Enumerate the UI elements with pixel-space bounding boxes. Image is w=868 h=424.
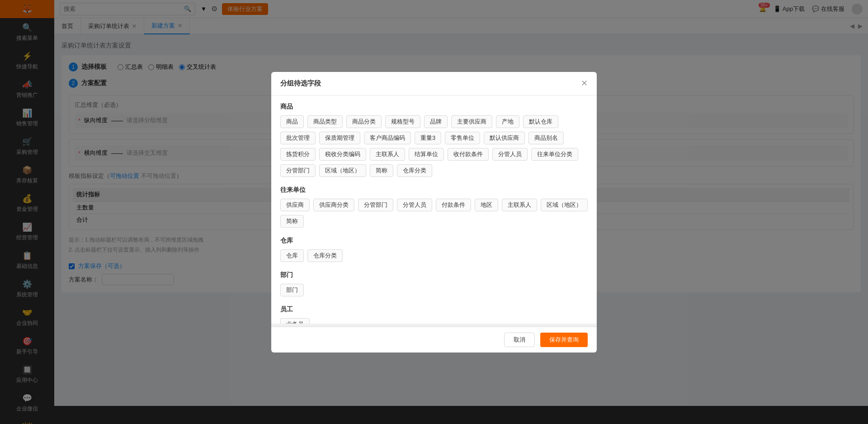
cancel-button[interactable]: 取消: [504, 333, 535, 347]
field-section-仓库: 仓库仓库仓库分类: [280, 237, 588, 262]
field-tag-商品分类[interactable]: 商品分类: [346, 115, 382, 128]
modal-header: 分组待选字段 ✕: [271, 72, 597, 95]
field-tag-产地[interactable]: 产地: [496, 115, 519, 128]
section-title-往来单位: 往来单位: [280, 186, 588, 194]
field-tag-简称[interactable]: 简称: [370, 164, 393, 177]
field-tag-分管人员[interactable]: 分管人员: [397, 199, 432, 211]
field-tag-分管部门[interactable]: 分管部门: [358, 199, 393, 211]
section-title-仓库: 仓库: [280, 237, 588, 245]
field-tag-拣货积分[interactable]: 拣货积分: [280, 148, 316, 161]
field-tag-收付款条件[interactable]: 收付款条件: [448, 148, 489, 161]
field-tag-供应商[interactable]: 供应商: [280, 199, 310, 211]
field-tags-员工: 业务员: [280, 318, 588, 324]
field-tag-区域（地区）[interactable]: 区域（地区）: [319, 164, 366, 177]
field-tags-商品: 商品商品类型商品分类规格型号品牌主要供应商产地默认仓库批次管理保质期管理客户商品…: [280, 115, 588, 177]
field-tag-分管部门[interactable]: 分管部门: [280, 164, 316, 177]
field-tag-主联系人[interactable]: 主联系人: [502, 199, 537, 211]
section-title-部门: 部门: [280, 271, 588, 279]
field-tags-往来单位: 供应商供应商分类分管部门分管人员付款条件地区主联系人区域（地区）简称: [280, 199, 588, 228]
field-tag-默认仓库[interactable]: 默认仓库: [523, 115, 558, 128]
field-tag-供应商分类[interactable]: 供应商分类: [313, 199, 354, 211]
field-tag-付款条件[interactable]: 付款条件: [436, 199, 471, 211]
field-tag-重量3[interactable]: 重量3: [415, 132, 441, 144]
field-tag-分管人员[interactable]: 分管人员: [492, 148, 528, 161]
field-section-商品: 商品商品商品类型商品分类规格型号品牌主要供应商产地默认仓库批次管理保质期管理客户…: [280, 103, 588, 177]
field-tag-简称[interactable]: 简称: [280, 215, 304, 228]
field-tags-部门: 部门: [280, 284, 588, 296]
modal-title: 分组待选字段: [280, 79, 321, 88]
field-tag-税收分类编码[interactable]: 税收分类编码: [319, 148, 366, 161]
field-tag-零售单位[interactable]: 零售单位: [445, 132, 480, 144]
save-button[interactable]: 保存并查询: [540, 333, 588, 347]
field-tag-默认供应商[interactable]: 默认供应商: [484, 132, 525, 144]
field-tag-业务员[interactable]: 业务员: [280, 318, 310, 324]
field-tag-规格型号[interactable]: 规格型号: [385, 115, 420, 128]
field-section-员工: 员工业务员: [280, 305, 588, 324]
field-tag-商品别名[interactable]: 商品别名: [528, 132, 564, 144]
field-tag-主要供应商[interactable]: 主要供应商: [451, 115, 492, 128]
field-tag-主联系人[interactable]: 主联系人: [370, 148, 405, 161]
field-tag-商品类型[interactable]: 商品类型: [307, 115, 343, 128]
field-tag-仓库分类[interactable]: 仓库分类: [397, 164, 432, 177]
modal-footer: 取消 保存并查询: [271, 327, 597, 353]
field-tag-结算单位[interactable]: 结算单位: [409, 148, 444, 161]
field-tag-仓库分类[interactable]: 仓库分类: [307, 249, 343, 262]
field-tag-品牌[interactable]: 品牌: [424, 115, 448, 128]
modal-body: 商品商品商品类型商品分类规格型号品牌主要供应商产地默认仓库批次管理保质期管理客户…: [271, 95, 597, 324]
section-title-商品: 商品: [280, 103, 588, 111]
field-tag-批次管理[interactable]: 批次管理: [280, 132, 316, 144]
modal-close-btn[interactable]: ✕: [581, 79, 588, 87]
field-section-往来单位: 往来单位供应商供应商分类分管部门分管人员付款条件地区主联系人区域（地区）简称: [280, 186, 588, 228]
section-title-员工: 员工: [280, 305, 588, 314]
field-tag-地区[interactable]: 地区: [475, 199, 498, 211]
field-tag-商品[interactable]: 商品: [280, 115, 304, 128]
modal-dialog: 分组待选字段 ✕ 商品商品商品类型商品分类规格型号品牌主要供应商产地默认仓库批次…: [271, 72, 597, 353]
field-section-部门: 部门部门: [280, 271, 588, 296]
field-tags-仓库: 仓库仓库分类: [280, 249, 588, 262]
modal-overlay: 分组待选字段 ✕ 商品商品商品类型商品分类规格型号品牌主要供应商产地默认仓库批次…: [0, 0, 868, 424]
field-tag-客户商品编码[interactable]: 客户商品编码: [364, 132, 411, 144]
field-tag-仓库[interactable]: 仓库: [280, 249, 304, 262]
field-tag-保质期管理[interactable]: 保质期管理: [319, 132, 360, 144]
field-tag-往来单位分类[interactable]: 往来单位分类: [531, 148, 578, 161]
field-tag-区域（地区）[interactable]: 区域（地区）: [541, 199, 588, 211]
field-tag-部门[interactable]: 部门: [280, 284, 304, 296]
